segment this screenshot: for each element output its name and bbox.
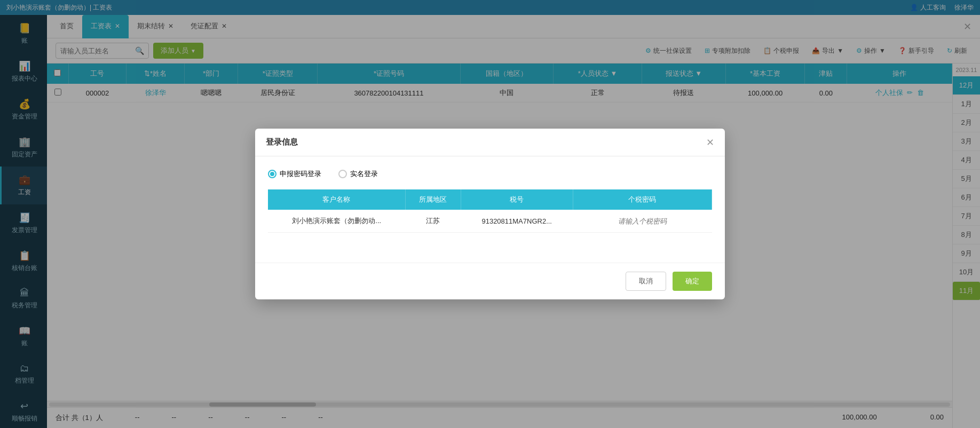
cancel-button[interactable]: 取消 (626, 272, 666, 291)
modal-body: 申报密码登录 实名登录 客户名称 所属地区 税号 个税密码 (255, 156, 725, 263)
modal-header: 登录信息 ✕ (255, 129, 725, 156)
confirm-button[interactable]: 确定 (673, 272, 712, 291)
radio-password-circle (268, 170, 276, 178)
modal-col-region: 所属地区 (405, 189, 461, 210)
modal-table-row: 刘小艳演示账套（勿删勿动... 江苏 91320811MA7NGR2... (268, 210, 712, 233)
modal-close-button[interactable]: ✕ (706, 138, 714, 147)
modal-col-client-name: 客户名称 (268, 189, 405, 210)
modal-cell-tax-id: 91320811MA7NGR2... (461, 210, 573, 233)
modal-overlay: 登录信息 ✕ 申报密码登录 实名登录 (0, 0, 980, 428)
modal-footer: 取消 确定 (255, 263, 725, 299)
modal-cell-client-name: 刘小艳演示账套（勿删勿动... (268, 210, 405, 233)
modal-col-tax-id: 税号 (461, 189, 573, 210)
modal-title: 登录信息 (266, 137, 706, 147)
radio-realname-circle (338, 170, 347, 178)
app-container: 刘小艳演示账套（勿删勿动）| 工资表 👤 人工客询 徐泽华 📒 账 📊 报表中心 (0, 0, 980, 428)
modal-col-tax-password: 个税密码 (573, 189, 712, 210)
modal-cell-region: 江苏 (405, 210, 461, 233)
radio-password-login[interactable]: 申报密码登录 (268, 169, 321, 179)
modal-table: 客户名称 所属地区 税号 个税密码 刘小艳演示账套（勿删勿动... 江苏 913… (268, 189, 712, 233)
radio-real-name-login[interactable]: 实名登录 (338, 169, 378, 179)
modal-cell-tax-password[interactable] (573, 210, 712, 233)
tax-password-input[interactable] (579, 217, 705, 225)
login-info-modal: 登录信息 ✕ 申报密码登录 实名登录 (255, 129, 725, 299)
modal-radio-group: 申报密码登录 实名登录 (268, 169, 712, 179)
